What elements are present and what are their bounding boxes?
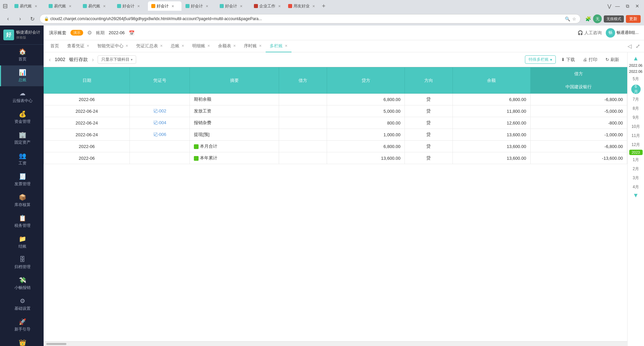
tab-voucher-summary[interactable]: 凭证汇总表 ✕ xyxy=(132,40,167,52)
bookmark-icon[interactable]: ☆ xyxy=(572,16,576,21)
tab-vouchers[interactable]: 查看凭证 ✕ xyxy=(63,40,93,52)
restore-window-icon[interactable]: ⧉ xyxy=(624,3,631,10)
special-multicolumn-button[interactable]: 特殊多栏账 ▾ xyxy=(525,55,556,64)
month-apr[interactable]: 4月 xyxy=(629,183,643,191)
sidebar-item-ledger[interactable]: 📊 总账 xyxy=(0,65,44,86)
back-button[interactable]: ‹ xyxy=(3,14,13,23)
month-jun[interactable]: 6月 xyxy=(631,85,641,94)
tab-journal[interactable]: 序时账 ✕ xyxy=(240,40,266,52)
month-sep[interactable]: 9月 xyxy=(629,113,643,122)
address-bar[interactable]: 🔒 cloud2.chanjet.com/accounting/uh26t264… xyxy=(40,14,581,23)
month-may[interactable]: 5月 xyxy=(629,75,643,83)
tab-close-7[interactable]: ✕ xyxy=(278,4,281,8)
sidebar-item-asset[interactable]: 🏢 固定资产 xyxy=(0,128,44,149)
extensions-icon[interactable]: 🧩 xyxy=(585,16,591,21)
tab-close-0[interactable]: ✕ xyxy=(35,4,37,8)
month-oct[interactable]: 10月 xyxy=(629,122,643,131)
month-jan[interactable]: 1月 xyxy=(629,156,643,164)
tab-close-4[interactable]: ✕ xyxy=(171,4,174,8)
tab-detail-ledger[interactable]: 明细账 ✕ xyxy=(188,40,214,52)
tab-vs-close[interactable]: ✕ xyxy=(160,44,163,48)
month-dec[interactable]: 12月 xyxy=(629,141,643,149)
tab-jour-close[interactable]: ✕ xyxy=(259,44,262,48)
tab-dl-close[interactable]: ✕ xyxy=(207,44,210,48)
scroll-down-button[interactable]: ▼ xyxy=(633,192,639,199)
collapse-tab-icon[interactable]: ◁ xyxy=(626,42,633,50)
tab-close-8[interactable]: ✕ xyxy=(312,4,315,8)
nav-prev-icon[interactable]: ‹ xyxy=(49,57,51,63)
sidebar-item-settings[interactable]: ⚙ 基础设置 xyxy=(0,294,44,315)
sidebar-item-archive[interactable]: 🗄 归档管理 xyxy=(0,253,44,273)
browser-tab-1[interactable]: 易代账 ✕ xyxy=(45,1,79,11)
sidebar-item-report[interactable]: ☁ 云报表中心 xyxy=(0,86,44,107)
tab-mc-close[interactable]: ✕ xyxy=(285,44,287,48)
voucher-link-3[interactable]: 记-006 xyxy=(153,132,166,137)
forward-button[interactable]: › xyxy=(15,14,25,23)
close-window-icon[interactable]: ✕ xyxy=(633,3,641,9)
month-jul[interactable]: 7月 xyxy=(629,95,643,104)
voucher-link-1[interactable]: 记-002 xyxy=(153,108,166,113)
filter-button[interactable]: 只显示下级科目 ▾ xyxy=(98,55,136,64)
sidebar-item-tax[interactable]: 📋 税务管理 xyxy=(0,211,44,232)
minimize-window-icon[interactable]: — xyxy=(613,3,622,9)
tab-close-5[interactable]: ✕ xyxy=(206,4,208,8)
sidebar-item-fund[interactable]: 💰 资金管理 xyxy=(0,107,44,128)
tab-close-1[interactable]: ✕ xyxy=(69,4,71,8)
month-aug[interactable]: 8月 xyxy=(629,104,643,113)
browser-tab-4[interactable]: 好会计 ✕ xyxy=(148,1,181,11)
tab-smart-vouchers[interactable]: 智能凭证中心 ✕ xyxy=(93,40,132,52)
sidebar-item-expense[interactable]: 💸 小畅报销 xyxy=(0,273,44,294)
tab-smart-close[interactable]: ✕ xyxy=(125,44,128,48)
calendar-icon[interactable]: 📅 xyxy=(129,30,135,36)
print-button[interactable]: 🖨 打印 xyxy=(580,56,600,64)
expand-tab-icon[interactable]: ⤢ xyxy=(634,42,641,50)
scrollbar-thumb[interactable] xyxy=(46,343,66,345)
sidebar-item-invoice[interactable]: 🧾 发票管理 xyxy=(0,169,44,190)
new-tab-button[interactable]: + xyxy=(319,1,328,11)
tab-balance[interactable]: 余额表 ✕ xyxy=(214,40,240,52)
tab-close-3[interactable]: ✕ xyxy=(137,4,140,8)
tab-vouchers-close[interactable]: ✕ xyxy=(87,44,89,48)
scroll-up-button[interactable]: ▲ xyxy=(633,55,639,62)
demo-badge[interactable]: 演示 xyxy=(70,30,83,36)
refresh-button[interactable]: ↻ 刷新 xyxy=(603,56,622,64)
tab-gl-close[interactable]: ✕ xyxy=(181,44,184,48)
tab-close-2[interactable]: ✕ xyxy=(103,4,106,8)
tab-home[interactable]: 首页 xyxy=(46,40,63,52)
browser-tab-2[interactable]: 易代账 ✕ xyxy=(79,1,113,11)
profile-button[interactable]: 无 xyxy=(593,14,602,23)
tab-general-ledger[interactable]: 总账 ✕ xyxy=(167,40,188,52)
download-button[interactable]: ⬇ 下载 xyxy=(558,56,578,64)
sidebar-item-inventory[interactable]: 📦 库存核算 xyxy=(0,190,44,211)
header-settings-icon[interactable]: ⚙ xyxy=(87,30,92,36)
month-feb[interactable]: 2月 xyxy=(629,165,643,173)
tab-multi-col[interactable]: 多栏账 ✕ xyxy=(266,40,291,52)
tab-close-6[interactable]: ✕ xyxy=(240,4,243,8)
sidebar-item-payroll[interactable]: 👥 工资 xyxy=(0,149,44,169)
incognito-button[interactable]: 无痕模式 xyxy=(604,15,624,22)
browser-tab-0[interactable]: 易代账 ✕ xyxy=(11,1,45,11)
browser-tab-6[interactable]: 好会计 ✕ xyxy=(216,1,250,11)
nav-next-icon[interactable]: › xyxy=(92,57,94,63)
consult-button[interactable]: 🎧 人工咨询 xyxy=(578,30,602,36)
sidebar-item-close[interactable]: 📁 结账 xyxy=(0,232,44,253)
update-button[interactable]: 更新 xyxy=(626,15,641,23)
sidebar-item-member[interactable]: 👑 畅会员 xyxy=(0,336,44,346)
browser-tab-5[interactable]: 好会计 ✕ xyxy=(182,1,216,11)
browser-tab-7[interactable]: 企业工作 ✕ xyxy=(251,1,284,11)
tab-bal-close[interactable]: ✕ xyxy=(233,44,236,48)
browser-tab-8[interactable]: 用友好业 ✕ xyxy=(285,1,318,11)
sidebar-item-home[interactable]: 🏠 首页 xyxy=(0,45,44,65)
account-selector[interactable]: 1002 银行存款 xyxy=(55,57,88,63)
browser-tab-3[interactable]: 好会计 ✕ xyxy=(114,1,147,11)
horizontal-scrollbar[interactable] xyxy=(44,341,627,346)
tab-list-icon[interactable]: ⋁ xyxy=(607,3,611,9)
voucher-link-2[interactable]: 记-004 xyxy=(153,120,166,125)
month-nov[interactable]: 11月 xyxy=(629,132,643,140)
cell-voucher-4 xyxy=(130,141,190,152)
month-mar[interactable]: 3月 xyxy=(629,174,643,182)
search-icon[interactable]: 🔍 xyxy=(565,16,570,21)
reload-button[interactable]: ↻ xyxy=(28,14,37,23)
minimize-icon[interactable]: ⊟ xyxy=(3,2,8,10)
sidebar-item-guide[interactable]: 🚀 新手引导 xyxy=(0,315,44,336)
